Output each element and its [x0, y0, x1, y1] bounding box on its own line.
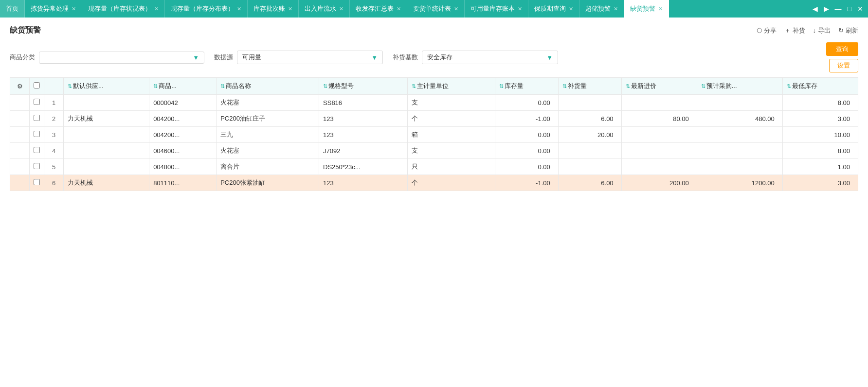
export-action[interactable]: ↓ 导出	[813, 26, 831, 35]
tab-exception[interactable]: 拣货异常处理 ✕	[25, 0, 82, 18]
close-tab-icon-batch[interactable]: ✕	[288, 6, 292, 12]
table-row: 3004200...三九123箱0.0020.0010.00	[10, 127, 858, 143]
tab-next-button[interactable]: ▶	[821, 4, 832, 14]
refresh-label: 刷新	[846, 26, 858, 35]
close-tab-icon-stock-dist[interactable]: ✕	[237, 6, 241, 12]
row-min-stock-0: 8.00	[782, 95, 858, 111]
row-stock-4: 0.00	[495, 159, 558, 175]
close-tab-icon-requisition[interactable]: ✕	[454, 6, 458, 12]
row-checkbox-5[interactable]	[30, 175, 44, 191]
row-min-stock-2: 10.00	[782, 127, 858, 143]
row-cb-5[interactable]	[34, 179, 40, 185]
th-unit: ⇅主计量单位	[407, 78, 495, 95]
tab-overstock[interactable]: 超储预警 ✕	[579, 0, 624, 18]
replenish-sort-icon: ⇅	[562, 83, 567, 89]
settings-button[interactable]: 设置	[829, 59, 858, 72]
spec-sort-icon: ⇅	[323, 83, 327, 89]
tab-stock-status[interactable]: 现存量（库存状况表） ✕	[82, 0, 165, 18]
row-cb-4[interactable]	[34, 163, 40, 169]
row-replenish-1: 6.00	[558, 111, 621, 127]
row-checkbox-3[interactable]	[30, 143, 44, 159]
datasource-select-value: 可用量	[242, 53, 261, 62]
close-tab-icon-overstock[interactable]: ✕	[614, 6, 618, 12]
row-spec-2: 123	[319, 127, 407, 143]
close-tab-icon-inout[interactable]: ✕	[339, 6, 344, 12]
row-checkbox-4[interactable]	[30, 159, 44, 175]
row-name-2: 三九	[217, 127, 319, 143]
minimize-button[interactable]: —	[832, 4, 845, 14]
tab-available[interactable]: 可用量库存账本 ✕	[465, 0, 528, 18]
close-tab-icon-exception[interactable]: ✕	[72, 6, 76, 12]
close-tab-icon-stock-status[interactable]: ✕	[154, 6, 159, 12]
close-tab-icon-available[interactable]: ✕	[518, 6, 522, 12]
row-checkbox-0[interactable]	[30, 95, 44, 111]
close-tab-icon-expiry[interactable]: ✕	[569, 6, 573, 12]
est-purchase-sort-icon: ⇅	[701, 83, 705, 89]
close-window-button[interactable]: ✕	[854, 4, 866, 14]
th-replenish: ⇅补货量	[558, 78, 621, 95]
tab-expiry[interactable]: 保质期查询 ✕	[528, 0, 579, 18]
tab-home[interactable]: 首页	[0, 0, 25, 18]
th-gear[interactable]: ⚙	[10, 78, 30, 95]
th-stock: ⇅库存量	[495, 78, 558, 95]
row-cb-3[interactable]	[34, 147, 40, 153]
row-num-2: 3	[44, 127, 64, 143]
tab-shortage[interactable]: 缺货预警 ✕	[624, 0, 669, 18]
tab-requisition[interactable]: 要货单统计表 ✕	[407, 0, 465, 18]
category-select[interactable]: ▼	[39, 52, 204, 64]
page-title: 缺货预警	[10, 25, 41, 35]
min-stock-sort-icon: ⇅	[787, 83, 791, 89]
row-unit-1: 个	[407, 111, 495, 127]
refresh-action[interactable]: ↻ 刷新	[838, 26, 858, 35]
share-action[interactable]: ⬡ 分享	[757, 26, 777, 35]
basis-select[interactable]: 安全库存 ▼	[422, 51, 558, 64]
row-name-3: 火花塞	[217, 143, 319, 159]
row-min-stock-4: 1.00	[782, 159, 858, 175]
tab-prev-button[interactable]: ◀	[810, 4, 821, 14]
row-replenish-2: 20.00	[558, 127, 621, 143]
row-spec-1: 123	[319, 111, 407, 127]
row-est-purchase-1: 480.00	[697, 111, 782, 127]
row-code-1: 004200...	[149, 111, 217, 127]
unit-sort-icon: ⇅	[412, 83, 416, 89]
datasource-select[interactable]: 可用量 ▼	[237, 51, 383, 64]
datasource-label: 数据源	[214, 53, 233, 62]
th-latest-price: ⇅最新进价	[621, 78, 697, 95]
select-all-checkbox[interactable]	[34, 82, 40, 88]
query-button[interactable]: 查询	[826, 42, 858, 56]
th-code: ⇅商品...	[149, 78, 217, 95]
row-est-purchase-0	[697, 95, 782, 111]
row-latest-price-2	[621, 127, 697, 143]
tab-stock-dist[interactable]: 现存量（库存分布表） ✕	[165, 0, 248, 18]
latest-price-sort-icon: ⇅	[626, 83, 630, 89]
tab-inout[interactable]: 出入库流水 ✕	[299, 0, 350, 18]
maximize-button[interactable]: □	[845, 4, 854, 14]
row-latest-price-0	[621, 95, 697, 111]
row-est-purchase-2	[697, 127, 782, 143]
row-cb-2[interactable]	[34, 131, 40, 137]
code-sort-icon: ⇅	[153, 83, 158, 89]
category-dropdown-icon: ▼	[193, 54, 199, 61]
row-cb-1[interactable]	[34, 115, 40, 121]
tab-batch[interactable]: 库存批次账 ✕	[248, 0, 299, 18]
basis-label: 补货基数	[393, 53, 418, 62]
replenish-icon: ＋	[784, 26, 791, 35]
gear-icon: ⚙	[17, 83, 23, 90]
row-latest-price-5: 200.00	[621, 175, 697, 191]
row-spec-3: J7092	[319, 143, 407, 159]
row-checkbox-1[interactable]	[30, 111, 44, 127]
row-latest-price-3	[621, 143, 697, 159]
row-checkbox-2[interactable]	[30, 127, 44, 143]
close-tab-icon-collect[interactable]: ✕	[397, 6, 401, 12]
table-body: 10000042火花塞SS816支0.008.002力天机械004200...P…	[10, 95, 858, 191]
row-spec-5: 123	[319, 175, 407, 191]
row-unit-0: 支	[407, 95, 495, 111]
tab-collect[interactable]: 收发存汇总表 ✕	[350, 0, 407, 18]
filter-row: 商品分类 ▼ 数据源 可用量 ▼ 补货基数 安全库存 ▼ 查询 设置	[10, 42, 858, 72]
row-cb-0[interactable]	[34, 99, 40, 105]
close-tab-icon-shortage[interactable]: ✕	[658, 6, 663, 12]
row-stock-3: 0.00	[495, 143, 558, 159]
th-checkbox[interactable]	[30, 78, 44, 95]
row-spec-4: DS250*23c...	[319, 159, 407, 175]
replenish-action[interactable]: ＋ 补货	[784, 26, 805, 35]
